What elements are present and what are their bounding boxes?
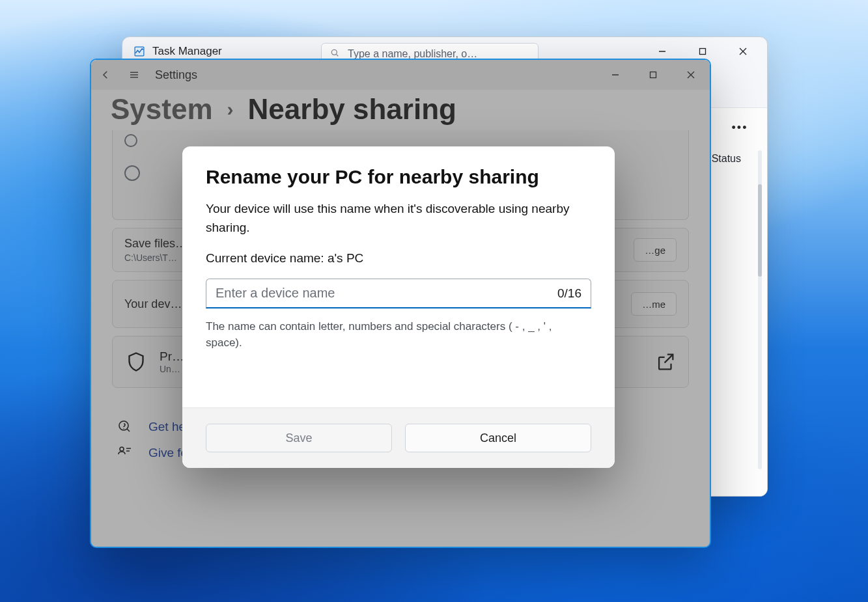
dialog-content: Rename your PC for nearby sharing Your d… xyxy=(182,146,615,407)
task-manager-title: Task Manager xyxy=(126,45,222,58)
task-manager-icon xyxy=(133,45,146,58)
desktop-wallpaper: { "taskmgr": { "title": "Task Manager", … xyxy=(0,0,868,602)
svg-rect-3 xyxy=(700,49,706,55)
more-options-button[interactable]: ••• xyxy=(727,115,753,141)
current-device-name-value: a's PC xyxy=(328,251,363,265)
dialog-footer: Save Cancel xyxy=(182,407,615,468)
cancel-button[interactable]: Cancel xyxy=(405,424,591,452)
device-name-input-wrap[interactable]: 0/16 xyxy=(206,279,591,308)
task-manager-search-placeholder: Type a name, publisher, o… xyxy=(348,48,477,60)
save-button[interactable]: Save xyxy=(206,424,392,452)
close-button[interactable] xyxy=(723,37,763,66)
scrollbar-thumb[interactable] xyxy=(758,184,762,277)
task-manager-title-text: Task Manager xyxy=(152,45,222,58)
rename-pc-dialog: Rename your PC for nearby sharing Your d… xyxy=(182,146,615,468)
input-hint: The name can contain letter, numbers and… xyxy=(206,319,570,351)
current-device-name: Current device name: a's PC xyxy=(206,251,591,266)
column-status[interactable]: Status xyxy=(712,153,741,165)
device-name-input[interactable] xyxy=(216,286,557,301)
dialog-description: Your device will use this name when it's… xyxy=(206,200,591,237)
svg-point-2 xyxy=(331,49,337,55)
dialog-title: Rename your PC for nearby sharing xyxy=(206,166,591,188)
character-counter: 0/16 xyxy=(557,286,581,301)
